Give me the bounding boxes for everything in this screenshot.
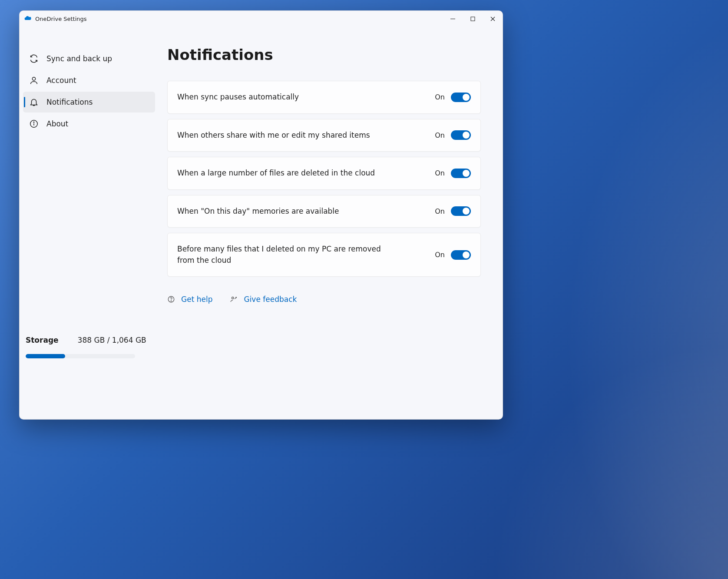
titlebar[interactable]: OneDrive Settings	[20, 11, 503, 26]
setting-large-delete-cloud: When a large number of files are deleted…	[167, 157, 481, 190]
minimize-button[interactable]	[443, 11, 463, 26]
setting-on-this-day: When "On this day" memories are availabl…	[167, 195, 481, 228]
help-links: Get help Give feedback	[167, 295, 481, 304]
svg-point-5	[33, 122, 34, 122]
storage-usage: 388 GB / 1,064 GB	[78, 336, 146, 344]
sidebar-item-label: Sync and back up	[46, 54, 112, 63]
toggle-state: On	[435, 93, 445, 101]
svg-point-7	[171, 301, 171, 301]
storage-label: Storage	[26, 336, 59, 344]
help-icon	[167, 295, 175, 303]
person-icon	[29, 76, 39, 85]
get-help-link[interactable]: Get help	[167, 295, 212, 304]
onedrive-settings-window: OneDrive Settings Sync and back up	[19, 10, 503, 420]
toggle-switch[interactable]	[451, 169, 471, 178]
setting-label: When a large number of files are deleted…	[177, 168, 375, 179]
setting-label: When sync pauses automatically	[177, 92, 299, 103]
setting-sync-pauses: When sync pauses automatically On	[167, 81, 481, 114]
setting-others-share: When others share with me or edit my sha…	[167, 119, 481, 152]
info-icon	[29, 119, 39, 129]
setting-label: When "On this day" memories are availabl…	[177, 206, 339, 217]
page-title: Notifications	[167, 46, 481, 63]
sidebar-item-label: Notifications	[46, 98, 93, 106]
notification-settings-list: When sync pauses automatically On When o…	[167, 81, 481, 277]
onedrive-icon	[24, 15, 32, 23]
setting-label: When others share with me or edit my sha…	[177, 130, 370, 141]
window-controls	[443, 11, 503, 26]
close-button[interactable]	[483, 11, 503, 26]
toggle-switch[interactable]	[451, 250, 471, 260]
sidebar-item-notifications[interactable]: Notifications	[23, 92, 155, 112]
sidebar-nav: Sync and back up Account Notifications	[23, 48, 155, 134]
storage-progress-bar	[26, 354, 135, 358]
bell-icon	[29, 97, 39, 107]
sidebar-item-account[interactable]: Account	[23, 70, 155, 91]
toggle-switch[interactable]	[451, 93, 471, 102]
setting-label: Before many files that I deleted on my P…	[177, 244, 386, 266]
svg-rect-0	[450, 19, 455, 19]
storage-section: Storage 388 GB / 1,064 GB	[23, 336, 155, 410]
sidebar-item-about[interactable]: About	[23, 113, 155, 134]
sidebar-item-sync-and-back-up[interactable]: Sync and back up	[23, 48, 155, 69]
feedback-icon	[230, 295, 238, 303]
maximize-button[interactable]	[463, 11, 483, 26]
setting-before-pc-delete: Before many files that I deleted on my P…	[167, 233, 481, 277]
svg-point-2	[32, 77, 35, 80]
toggle-switch[interactable]	[451, 130, 471, 140]
sidebar-item-label: About	[46, 119, 68, 128]
sidebar: Sync and back up Account Notifications	[20, 26, 159, 419]
svg-point-8	[232, 297, 234, 299]
svg-rect-1	[471, 17, 475, 21]
toggle-state: On	[435, 207, 445, 215]
storage-progress-fill	[26, 354, 65, 358]
link-label: Give feedback	[244, 295, 297, 304]
toggle-switch[interactable]	[451, 206, 471, 216]
sidebar-item-label: Account	[46, 76, 76, 85]
give-feedback-link[interactable]: Give feedback	[230, 295, 297, 304]
sync-icon	[29, 54, 39, 63]
toggle-state: On	[435, 251, 445, 259]
toggle-state: On	[435, 131, 445, 139]
link-label: Get help	[181, 295, 212, 304]
toggle-state: On	[435, 169, 445, 177]
window-title: OneDrive Settings	[35, 16, 87, 22]
main-content: Notifications When sync pauses automatic…	[159, 26, 503, 419]
